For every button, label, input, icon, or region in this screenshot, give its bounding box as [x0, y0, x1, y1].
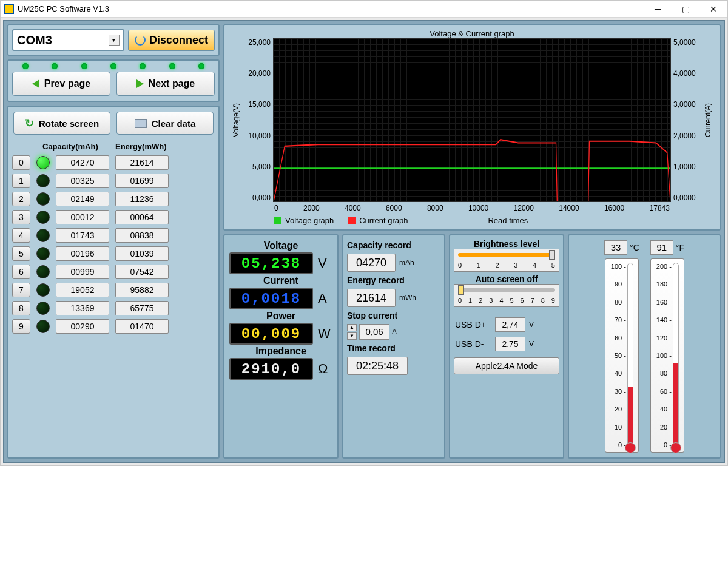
thermometer-c: 100 -90 -80 -70 -60 -50 -40 -30 -20 -10 …	[605, 258, 639, 453]
capacity-record-value: 04270	[347, 254, 396, 272]
memory-row: 1 00325 01699	[8, 172, 218, 190]
memory-slot-button[interactable]: 0	[12, 155, 30, 170]
memory-led	[36, 229, 50, 242]
energy-header: Energy(mWh)	[115, 142, 167, 151]
memory-slot-button[interactable]: 9	[12, 319, 30, 334]
com-port-select[interactable]: COM3 ▾	[12, 29, 124, 51]
memory-energy: 07542	[115, 265, 169, 279]
memory-slot-button[interactable]: 5	[12, 246, 30, 261]
memory-energy: 21614	[115, 155, 169, 170]
memory-led	[36, 320, 50, 333]
dropdown-icon[interactable]: ▾	[109, 35, 120, 46]
rotate-icon: ↻	[25, 116, 34, 130]
legend-voltage-icon	[274, 217, 281, 224]
memory-energy: 01699	[115, 174, 169, 188]
legend-current: Current graph	[359, 216, 408, 225]
memory-slot-button[interactable]: 8	[12, 301, 30, 315]
memory-slot-button[interactable]: 1	[12, 174, 30, 188]
com-port-value: COM3	[17, 33, 52, 47]
memory-row: 7 19052 95882	[8, 281, 218, 299]
energy-record-label: Energy record	[347, 275, 440, 285]
legend-current-icon	[348, 217, 356, 224]
memory-energy: 11236	[115, 192, 169, 206]
stop-current-label: Stop current	[347, 311, 440, 320]
auto-off-slider[interactable]	[458, 285, 555, 295]
window-title: UM25C PC Software V1.3	[18, 4, 109, 13]
memory-slot-button[interactable]: 7	[12, 283, 30, 297]
time-record-value: 02:25:48	[347, 357, 408, 375]
memory-row: 2 02149 11236	[8, 190, 218, 208]
arrow-right-icon	[136, 79, 144, 88]
memory-capacity: 00999	[56, 265, 109, 279]
time-record-label: Time record	[347, 343, 440, 353]
power-label: Power	[229, 311, 332, 322]
chart-panel: Voltage & Current graph Voltage(V) 25,00…	[223, 24, 721, 231]
auto-off-label: Auto screen off	[454, 274, 559, 284]
memory-capacity: 00290	[56, 319, 109, 334]
memory-capacity: 13369	[56, 301, 109, 315]
close-button[interactable]: ✕	[699, 1, 727, 18]
x-axis-label: Read times	[488, 216, 528, 225]
memory-led	[36, 156, 50, 169]
memory-slot-button[interactable]: 6	[12, 265, 30, 279]
stop-current-up[interactable]: ▲	[347, 324, 357, 331]
memory-capacity: 00196	[56, 246, 109, 261]
memory-capacity: 01743	[56, 228, 109, 243]
refresh-icon	[135, 35, 146, 46]
memory-energy: 01470	[115, 319, 169, 334]
plot-area	[273, 38, 671, 202]
usb-dm-value: 2,75	[495, 337, 525, 351]
memory-led	[36, 302, 50, 315]
impedance-label: Impedance	[229, 346, 332, 357]
memory-capacity: 19052	[56, 283, 109, 297]
disconnect-button[interactable]: Disconnect	[128, 30, 215, 51]
memory-led	[36, 192, 50, 206]
memory-row: 6 00999 07542	[8, 263, 218, 281]
stop-current-value[interactable]: 0,06	[359, 324, 389, 340]
memory-row: 4 01743 08838	[8, 226, 218, 245]
memory-row: 0 04270 21614	[8, 154, 218, 172]
memory-slot-button[interactable]: 2	[12, 192, 30, 206]
memory-row: 5 00196 01039	[8, 245, 218, 263]
y2-axis-label: Current(A)	[703, 38, 713, 202]
capacity-header: Capacity(mAh)	[42, 142, 115, 151]
temp-f-value: 91	[650, 240, 673, 255]
memory-capacity: 00325	[56, 174, 109, 188]
voltage-label: Voltage	[229, 240, 332, 251]
mode-button[interactable]: Apple2.4A Mode	[454, 357, 559, 374]
prev-page-button[interactable]: Prev page	[12, 72, 110, 96]
memory-row: 3 00012 00064	[8, 208, 218, 226]
memory-slot-button[interactable]: 3	[12, 210, 30, 224]
clear-data-button[interactable]: Clear data	[116, 112, 214, 135]
page-led-row	[8, 61, 218, 72]
memory-led	[36, 265, 50, 278]
current-label: Current	[229, 275, 332, 286]
chart-title: Voltage & Current graph	[231, 29, 713, 38]
memory-led	[36, 283, 50, 297]
brightness-label: Brightness level	[454, 239, 559, 249]
power-display: 00,009	[229, 323, 313, 345]
memory-energy: 95882	[115, 283, 169, 297]
memory-row: 8 13369 65775	[8, 299, 218, 317]
temp-c-value: 33	[604, 240, 627, 255]
maximize-button[interactable]: ▢	[672, 1, 699, 18]
stop-current-down[interactable]: ▼	[347, 332, 357, 340]
arrow-left-icon	[32, 79, 39, 88]
rotate-screen-button[interactable]: ↻ Rotate screen	[13, 112, 110, 135]
memory-capacity: 02149	[56, 192, 109, 206]
usb-dp-value: 2,74	[495, 317, 525, 332]
thermometer-f: 200 -180 -160 -140 -120 -100 -80 -60 -40…	[650, 258, 684, 453]
memory-energy: 08838	[115, 228, 169, 243]
memory-energy: 00064	[115, 210, 169, 224]
memory-capacity: 04270	[56, 155, 109, 170]
brightness-slider[interactable]	[458, 249, 555, 260]
energy-record-value: 21614	[347, 289, 396, 307]
memory-slot-button[interactable]: 4	[12, 228, 30, 243]
memory-row: 9 00290 01470	[8, 317, 218, 336]
next-page-button[interactable]: Next page	[116, 72, 215, 96]
voltage-display: 05,238	[229, 252, 313, 274]
capacity-record-label: Capacity record	[347, 240, 440, 250]
memory-led	[36, 211, 50, 224]
memory-led	[36, 174, 50, 187]
minimize-button[interactable]: ─	[644, 1, 672, 18]
